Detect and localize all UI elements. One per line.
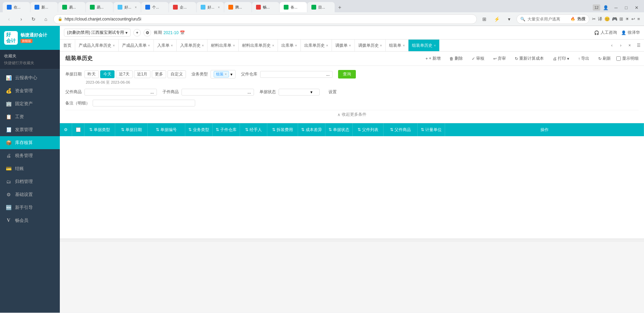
note-field[interactable] xyxy=(96,101,185,105)
page-tab-prod-in[interactable]: 产成品入库单 × xyxy=(119,40,154,51)
help-button[interactable]: 🎧 人工咨询 xyxy=(594,30,617,35)
page-tab-out-history-close[interactable]: × xyxy=(326,44,328,47)
th-settings[interactable]: ⚙ xyxy=(60,123,72,136)
browser-tab-12[interactable]: 目... xyxy=(307,2,335,12)
query-button[interactable]: 查询 xyxy=(338,70,356,79)
browser-tab-6[interactable]: 个... xyxy=(141,2,169,12)
sidebar-item-invoice[interactable]: 🧾 发票管理 xyxy=(0,123,60,136)
th-biztype[interactable]: ⇅ 业务类型 xyxy=(185,123,213,136)
add-button[interactable]: + + 新增 xyxy=(422,54,444,63)
sidebar-item-cloud-report[interactable]: 📊 云报表中心 xyxy=(0,71,60,84)
sidebar-item-guide[interactable]: 🆕 新手引导 xyxy=(0,201,60,214)
collapse-button[interactable]: ∧ 收起更多条件 xyxy=(65,110,639,119)
browser-tab-10[interactable]: 畅... xyxy=(252,2,279,12)
minimize-button[interactable]: ─ xyxy=(611,3,621,12)
new-tab-button[interactable]: + xyxy=(335,3,345,12)
tabs-close-button[interactable]: × xyxy=(626,41,634,49)
th-parent-list[interactable]: ⇅ 父件列表 xyxy=(353,123,384,136)
back-button[interactable]: ‹ xyxy=(4,14,14,24)
sidebar-item-archive[interactable]: 🗂 归档管理 xyxy=(0,175,60,188)
select-all-checkbox[interactable] xyxy=(76,127,81,132)
page-tab-home[interactable]: 首页 xyxy=(60,40,75,51)
sidebar-item-salary[interactable]: 📋 工资 xyxy=(0,110,60,123)
qr-code-button[interactable]: ⊞ xyxy=(480,14,489,24)
th-handler[interactable]: ⇅ 经手人 xyxy=(240,123,267,136)
page-tab-in-order[interactable]: 入库单 × xyxy=(154,40,177,51)
th-checkbox[interactable] xyxy=(72,123,84,136)
maximize-button[interactable]: □ xyxy=(621,3,631,12)
page-tab-assemble-history-close[interactable]: × xyxy=(434,44,436,47)
sidebar-item-tax[interactable]: 🖨 税务管理 xyxy=(0,149,60,162)
abandon-button[interactable]: ↩ 弃审 xyxy=(490,54,509,63)
recalc-button[interactable]: ↻ 重新计算成本 xyxy=(511,54,547,63)
browser-tab-4[interactable]: 易... xyxy=(86,2,113,12)
close-button[interactable]: ✕ xyxy=(632,3,641,12)
page-tab-in-history[interactable]: 入库单历史 × xyxy=(177,40,208,51)
browser-tab-11[interactable]: 各... xyxy=(280,2,307,12)
export-button[interactable]: ↑ 导出 xyxy=(575,54,593,63)
page-tab-out-order[interactable]: 出库单 × xyxy=(278,40,301,51)
user-info[interactable]: 👤 徐泽华 xyxy=(621,30,640,35)
forward-button[interactable]: › xyxy=(16,14,26,24)
browser-tab-8[interactable]: 好... × xyxy=(197,2,224,12)
page-tab-mat-out-close[interactable]: × xyxy=(233,44,235,47)
dropdown-button[interactable]: ▾ xyxy=(504,14,514,24)
settings-btn[interactable]: 设置 xyxy=(325,88,340,96)
page-tab-mat-out-history[interactable]: 材料出库单历史 × xyxy=(239,40,278,51)
page-tab-out-order-close[interactable]: × xyxy=(295,44,297,47)
tabs-menu-button[interactable]: ☰ xyxy=(634,41,643,49)
sidebar-item-fund[interactable]: 💰 资金管理 xyxy=(0,84,60,97)
page-tab-transfer-close[interactable]: × xyxy=(349,44,351,47)
more-date-button[interactable]: 更多 xyxy=(152,70,166,78)
th-unit[interactable]: ⇅ 计量单位 xyxy=(418,123,445,136)
tabs-next-button[interactable]: › xyxy=(617,41,625,49)
page-tab-prod-in-history-close[interactable]: × xyxy=(113,44,115,47)
th-cost-diff[interactable]: ⇅ 成本差异 xyxy=(298,123,325,136)
refresh-button[interactable]: ↻ 刷新 xyxy=(595,54,614,63)
yesterday-button[interactable]: 昨天 xyxy=(84,70,99,78)
page-tab-assemble-close[interactable]: × xyxy=(403,44,405,47)
last7-button[interactable]: 近7天 xyxy=(116,70,133,78)
tabs-prev-button[interactable]: ‹ xyxy=(608,41,616,49)
parent-warehouse-field[interactable] xyxy=(263,72,325,77)
th-type[interactable]: ⇅ 单据类型 xyxy=(84,123,115,136)
browser-tab-7[interactable]: 企... xyxy=(169,2,196,12)
page-tab-prod-in-history[interactable]: 产成品入库单历史 × xyxy=(75,40,119,51)
page-tab-prod-in-close[interactable]: × xyxy=(148,44,150,47)
show-detail-check[interactable]: 显示明细 xyxy=(616,56,639,61)
page-tab-in-order-close[interactable]: × xyxy=(171,44,173,47)
sidebar-item-inventory[interactable]: 📦 库存核算 xyxy=(0,136,60,149)
show-detail-checkbox[interactable] xyxy=(616,56,621,61)
browser-tab-5[interactable]: 好... × xyxy=(113,2,141,12)
last-month-button[interactable]: 近1月 xyxy=(134,70,151,78)
sidebar-item-checkout[interactable]: 💳 结账 xyxy=(0,162,60,175)
page-tab-transfer-history[interactable]: 调拨单历史 × xyxy=(355,40,386,51)
sidebar-item-settings[interactable]: ⚙ 基础设置 xyxy=(0,188,60,201)
page-tab-in-history-close[interactable]: × xyxy=(202,44,204,47)
parent-goods-input[interactable]: ... xyxy=(84,89,157,96)
add-company-button[interactable]: + xyxy=(133,29,141,37)
child-goods-input[interactable]: ... xyxy=(182,89,254,96)
page-tab-transfer-history-close[interactable]: × xyxy=(380,44,382,47)
biz-type-tag-close[interactable]: × xyxy=(225,72,227,76)
th-status[interactable]: ⇅ 单据状态 xyxy=(325,123,353,136)
th-disassemble-fee[interactable]: ⇅ 拆装费用 xyxy=(267,123,298,136)
address-bar[interactable]: 🔒 https://cloud.chanjet.com/accounting/u… xyxy=(53,14,477,24)
settings-gear-button[interactable]: ⚙ xyxy=(144,29,151,37)
tab-close-8[interactable]: × xyxy=(218,5,220,9)
th-no[interactable]: ⇅ 单据编号 xyxy=(148,123,185,136)
child-goods-field[interactable] xyxy=(185,90,246,95)
page-tab-mat-out-history-close[interactable]: × xyxy=(272,44,274,47)
page-tab-out-history[interactable]: 出库单历史 × xyxy=(301,40,332,51)
browser-tab-1[interactable]: 在... xyxy=(3,2,30,12)
page-tab-assemble[interactable]: 组装单 × xyxy=(386,40,408,51)
delete-button[interactable]: 🗑 删除 xyxy=(446,54,466,63)
status-field[interactable] xyxy=(282,90,309,95)
lightning-button[interactable]: ⚡ xyxy=(492,14,501,24)
parent-goods-field[interactable] xyxy=(88,90,149,95)
tab-count-badge[interactable]: 12 xyxy=(593,4,600,11)
search-bar[interactable]: 🔍 🔥 热搜 xyxy=(516,14,589,24)
home-button[interactable]: ⌂ xyxy=(41,14,51,24)
th-warehouse[interactable]: ⇅ 子件仓库 xyxy=(213,123,240,136)
page-tab-mat-out[interactable]: 材料出库单 × xyxy=(207,40,239,51)
